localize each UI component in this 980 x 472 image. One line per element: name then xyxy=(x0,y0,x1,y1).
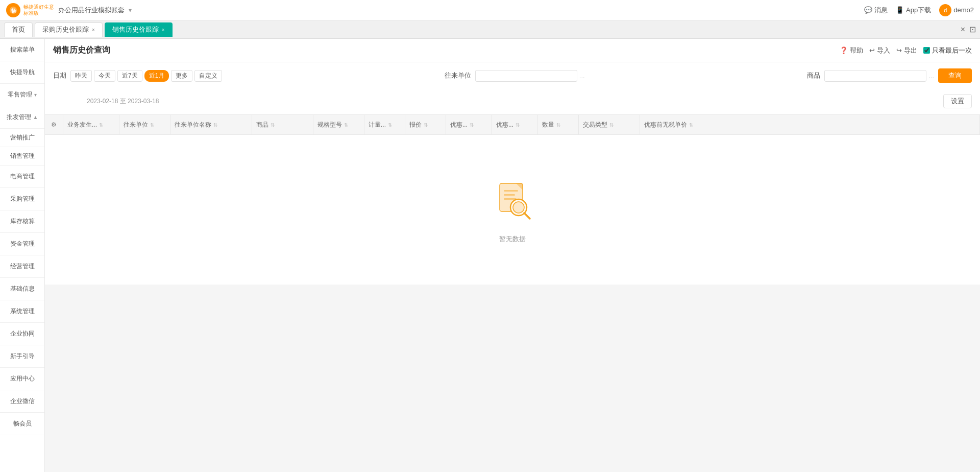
sidebar-label-search-menu: 搜索菜单 xyxy=(10,45,35,54)
tab-purchase-history[interactable]: 采购历史价跟踪 × xyxy=(35,22,103,37)
tab-sales-history[interactable]: 销售历史价跟踪 × xyxy=(105,22,173,37)
app-download-btn[interactable]: 📱 App下载 xyxy=(896,6,931,15)
sidebar-item-app-center[interactable]: 应用中心 xyxy=(0,368,44,390)
sidebar-label-app-center: 应用中心 xyxy=(10,374,35,383)
th-goods-sort: ⇅ xyxy=(271,122,275,128)
user-area[interactable]: d demo2 xyxy=(939,4,974,16)
sidebar-label-purchase: 采购管理 xyxy=(10,195,35,203)
sidebar-item-enterprise-wechat[interactable]: 企业微信 xyxy=(0,390,44,413)
sidebar-item-retail-mgmt[interactable]: 零售管理 ▾ xyxy=(0,84,44,106)
sidebar-item-ops[interactable]: 经营管理 xyxy=(0,255,44,278)
date-btn-more[interactable]: 更多 xyxy=(171,70,192,82)
app-title: 办公用品行业模拟账套 xyxy=(58,6,125,15)
main-layout: 搜索菜单 快捷导航 零售管理 ▾ 批发管理 ▲ 营销推广 销售管理 电商管理 采… xyxy=(0,39,980,472)
sidebar-item-sales-mgmt[interactable]: 销售管理 xyxy=(0,147,44,166)
date-buttons: 昨天 今天 近7天 近1月 更多 自定义 xyxy=(70,70,222,82)
topbar-right: 💬 消息 📱 App下载 d demo2 xyxy=(864,4,974,16)
date-btn-last7days[interactable]: 近7天 xyxy=(117,70,142,82)
th-discount2-label: 优惠... xyxy=(496,121,513,129)
th-unit[interactable]: 计量... ⇅ xyxy=(364,115,405,134)
th-discount2[interactable]: 优惠... ⇅ xyxy=(492,115,538,134)
close-all-btn[interactable]: × xyxy=(961,25,965,34)
sidebar-item-newbie[interactable]: 新手引导 xyxy=(0,345,44,368)
th-partner-name[interactable]: 往来单位名称 ⇅ xyxy=(170,115,252,134)
th-spec[interactable]: 规格型号 ⇅ xyxy=(313,115,364,134)
date-label: 日期 xyxy=(53,71,66,80)
th-discount1-label: 优惠... xyxy=(450,121,468,129)
svg-line-8 xyxy=(524,213,530,219)
tab-sales-close[interactable]: × xyxy=(162,27,165,33)
tab-home[interactable]: 首页 xyxy=(4,22,33,37)
sidebar-item-search-menu[interactable]: 搜索菜单 xyxy=(0,39,44,61)
filter-area: 日期 昨天 今天 近7天 近1月 更多 自定义 往来单位 ... 商品 xyxy=(45,62,980,115)
sidebar-item-wholesale-mgmt[interactable]: 批发管理 ▲ xyxy=(0,106,44,129)
logo-svg: 畅 xyxy=(9,6,18,15)
svg-rect-4 xyxy=(504,194,515,196)
tab-home-label: 首页 xyxy=(12,25,25,34)
partner-label: 往来单位 xyxy=(445,71,471,80)
th-goods-label: 商品 xyxy=(256,121,268,129)
th-biz-date[interactable]: 业务发生... ⇅ xyxy=(63,115,119,134)
partner-field: ... xyxy=(475,70,585,82)
th-qty[interactable]: 数量 ⇅ xyxy=(538,115,579,134)
th-notax-price[interactable]: 优惠前无税单价 ⇅ xyxy=(640,115,980,134)
maximize-btn[interactable]: ⊡ xyxy=(969,25,976,34)
empty-svg xyxy=(487,176,538,227)
title-dropdown[interactable]: ▾ xyxy=(129,7,132,14)
help-btn[interactable]: ❓ 帮助 xyxy=(840,46,863,55)
partner-dots: ... xyxy=(579,72,585,80)
date-btn-yesterday[interactable]: 昨天 xyxy=(70,70,92,82)
sidebar-item-system[interactable]: 系统管理 xyxy=(0,300,44,323)
import-btn[interactable]: ↩ 导入 xyxy=(869,46,890,55)
th-price[interactable]: 报价 ⇅ xyxy=(405,115,446,134)
svg-rect-5 xyxy=(504,198,517,200)
sidebar: 搜索菜单 快捷导航 零售管理 ▾ 批发管理 ▲ 营销推广 销售管理 电商管理 采… xyxy=(0,39,45,472)
sidebar-label-quick-nav: 快捷导航 xyxy=(10,68,35,77)
date-btn-last1month[interactable]: 近1月 xyxy=(144,70,169,82)
empty-illustration xyxy=(487,176,538,228)
logo-area: 畅 畅捷通好生意 标准版 xyxy=(6,3,54,17)
date-btn-custom[interactable]: 自定义 xyxy=(194,70,222,82)
empty-text: 暂无数据 xyxy=(499,234,526,244)
tab-purchase-close[interactable]: × xyxy=(92,27,95,33)
th-partner-label: 往来单位 xyxy=(124,121,148,129)
sidebar-item-ecommerce[interactable]: 电商管理 xyxy=(0,166,44,188)
page-header-actions: ❓ 帮助 ↩ 导入 ↪ 导出 只看最后一次 xyxy=(840,46,972,55)
th-qty-label: 数量 xyxy=(542,121,554,129)
partner-input[interactable] xyxy=(475,70,577,82)
th-price-label: 报价 xyxy=(409,121,422,129)
sidebar-item-purchase[interactable]: 采购管理 xyxy=(0,188,44,210)
goods-input[interactable] xyxy=(824,70,926,82)
content-area: 销售历史价查询 ❓ 帮助 ↩ 导入 ↪ 导出 只看最后一次 xyxy=(45,39,980,472)
sidebar-item-basic-info[interactable]: 基础信息 xyxy=(0,278,44,300)
th-partner[interactable]: 往来单位 ⇅ xyxy=(119,115,170,134)
export-btn[interactable]: ↪ 导出 xyxy=(896,46,917,55)
th-gear[interactable]: ⚙ xyxy=(45,115,63,134)
topbar: 畅 畅捷通好生意 标准版 办公用品行业模拟账套 ▾ 💬 消息 📱 App下载 d… xyxy=(0,0,980,20)
only-last-label[interactable]: 只看最后一次 xyxy=(932,46,972,55)
sidebar-label-finance: 资金管理 xyxy=(10,240,35,248)
sidebar-item-member[interactable]: 畅会员 xyxy=(0,413,44,435)
export-label: 导出 xyxy=(904,46,917,55)
sidebar-item-marketing[interactable]: 营销推广 xyxy=(0,129,44,147)
page-header: 销售历史价查询 ❓ 帮助 ↩ 导入 ↪ 导出 只看最后一次 xyxy=(45,39,980,62)
th-discount1[interactable]: 优惠... ⇅ xyxy=(446,115,492,134)
th-notax-price-label: 优惠前无税单价 xyxy=(644,121,687,129)
goods-dots: ... xyxy=(928,72,934,80)
query-button[interactable]: 查询 xyxy=(938,68,972,83)
sidebar-item-enterprise-coop[interactable]: 企业协同 xyxy=(0,323,44,345)
th-notax-price-sort: ⇅ xyxy=(689,122,693,128)
sidebar-item-finance[interactable]: 资金管理 xyxy=(0,233,44,255)
user-name: demo2 xyxy=(953,6,974,14)
date-btn-today[interactable]: 今天 xyxy=(94,70,115,82)
sidebar-item-inventory[interactable]: 库存核算 xyxy=(0,210,44,233)
message-btn[interactable]: 💬 消息 xyxy=(864,6,888,15)
only-last-checkbox[interactable] xyxy=(923,47,930,54)
th-trade-type[interactable]: 交易类型 ⇅ xyxy=(579,115,640,134)
tabbar: 首页 采购历史价跟踪 × 销售历史价跟踪 × × ⊡ xyxy=(0,20,980,39)
sidebar-item-quick-nav[interactable]: 快捷导航 xyxy=(0,61,44,84)
th-goods[interactable]: 商品 ⇅ xyxy=(252,115,313,134)
sidebar-label-system: 系统管理 xyxy=(10,307,35,316)
th-spec-label: 规格型号 xyxy=(317,121,342,129)
setting-button[interactable]: 设置 xyxy=(943,94,972,108)
